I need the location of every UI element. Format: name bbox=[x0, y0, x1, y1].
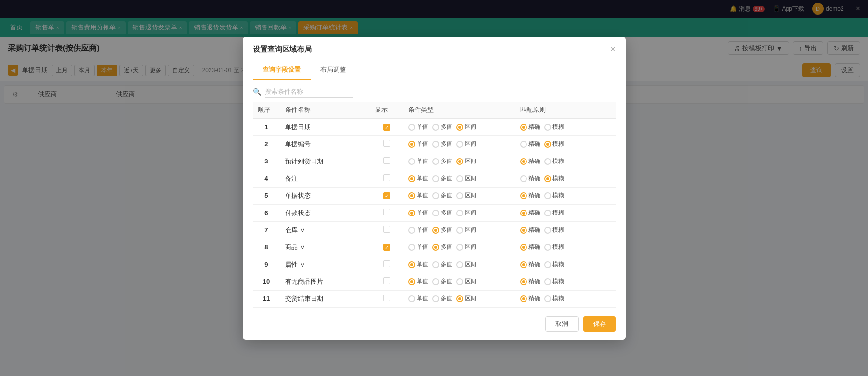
modal-header: 设置查询区域布局 × bbox=[243, 37, 626, 60]
th-type: 条件类型 bbox=[403, 102, 515, 108]
th-order: 顺序 bbox=[253, 102, 281, 108]
th-name: 条件名称 bbox=[280, 102, 369, 108]
modal-search-area: 🔍 bbox=[243, 80, 626, 102]
modal-tab-layout[interactable]: 布局调整 bbox=[311, 60, 356, 80]
modal-table: 顺序 条件名称 显示 条件类型 匹配原则 1单据日期✓单值多值区间精确模糊2单据… bbox=[243, 102, 626, 108]
modal-tab-query[interactable]: 查询字段设置 bbox=[253, 60, 311, 80]
search-icon: 🔍 bbox=[253, 88, 261, 96]
modal: 设置查询区域布局 × 查询字段设置 布局调整 🔍 顺序 条件名称 显示 条件类型 bbox=[243, 37, 626, 108]
modal-overlay: 设置查询区域布局 × 查询字段设置 布局调整 🔍 顺序 条件名称 显示 条件类型 bbox=[0, 0, 868, 107]
th-show: 显示 bbox=[370, 102, 403, 108]
modal-close-button[interactable]: × bbox=[610, 45, 616, 54]
search-input[interactable] bbox=[265, 86, 353, 98]
modal-title: 设置查询区域布局 bbox=[253, 45, 312, 54]
th-match: 匹配原则 bbox=[515, 102, 616, 108]
modal-tabs: 查询字段设置 布局调整 bbox=[243, 60, 626, 80]
